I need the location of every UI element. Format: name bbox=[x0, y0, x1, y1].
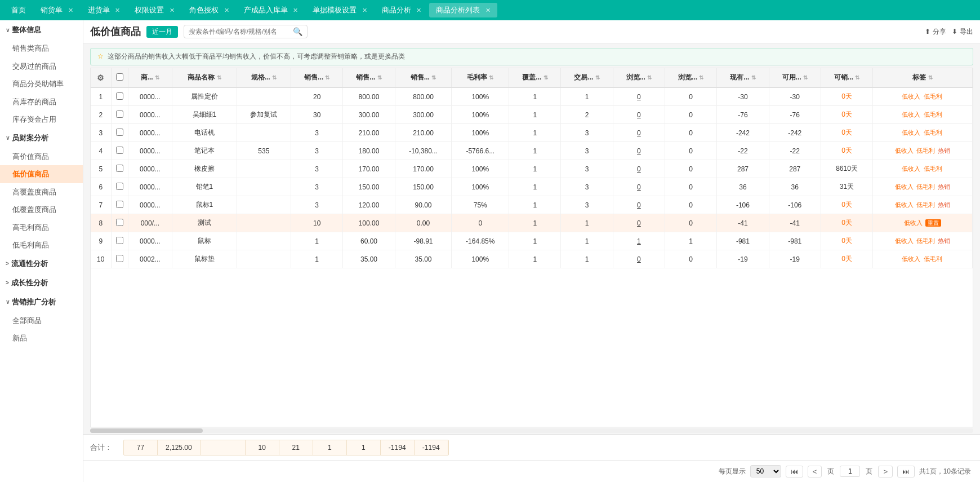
settings-icon[interactable]: ⚙ bbox=[97, 73, 104, 82]
sidebar-item-category-rate[interactable]: 商品分类助销率 bbox=[0, 75, 83, 93]
export-button[interactable]: ⬇ 导出 bbox=[952, 27, 973, 37]
row-checkbox[interactable] bbox=[116, 129, 123, 136]
close-icon[interactable]: ✕ bbox=[362, 7, 367, 14]
page-size-select[interactable]: 50 100 bbox=[750, 465, 781, 477]
scroll-thumb[interactable] bbox=[90, 428, 203, 433]
sidebar-item-high-coverage[interactable]: 高覆盖度商品 bbox=[0, 183, 83, 201]
col-code[interactable]: 商... ⇅ bbox=[128, 68, 172, 87]
col-avail[interactable]: 可用... ⇅ bbox=[769, 68, 821, 87]
sidebar-item-all-goods[interactable]: 全部商品 bbox=[0, 312, 83, 330]
col-days[interactable]: 可销... ⇅ bbox=[821, 68, 872, 87]
row-checkbox[interactable] bbox=[116, 219, 123, 226]
sidebar-item-low-coverage[interactable]: 低覆盖度商品 bbox=[0, 201, 83, 219]
nav-analysis-list[interactable]: 商品分析列表 ✕ bbox=[429, 3, 497, 17]
sidebar-item-low-value[interactable]: 低价值商品 bbox=[0, 165, 83, 183]
row-browse1[interactable]: 0 bbox=[613, 196, 665, 214]
row-checkbox[interactable] bbox=[116, 183, 123, 190]
prev-page-button[interactable]: < bbox=[808, 466, 822, 477]
col-stock[interactable]: 现有... ⇅ bbox=[717, 68, 769, 87]
sidebar-item-high-margin[interactable]: 高毛利商品 bbox=[0, 219, 83, 237]
col-trade[interactable]: 交易... ⇅ bbox=[561, 68, 613, 87]
time-tag-button[interactable]: 近一月 bbox=[146, 26, 178, 38]
row-checkbox[interactable] bbox=[116, 110, 123, 118]
col-sale-amt1[interactable]: 销售... ⇅ bbox=[343, 68, 395, 87]
data-table-wrapper[interactable]: ⚙ 商... ⇅ 商品名称 ⇅ 规格... ⇅ 销售... ⇅ 销售... ⇅ … bbox=[90, 68, 973, 427]
search-icon[interactable]: 🔍 bbox=[293, 27, 302, 36]
sidebar-item-high-stock[interactable]: 高库存的商品 bbox=[0, 93, 83, 111]
close-icon[interactable]: ✕ bbox=[68, 7, 73, 14]
browse-link[interactable]: 0 bbox=[637, 111, 641, 119]
select-all-checkbox[interactable] bbox=[116, 73, 123, 81]
row-checkbox-cell[interactable] bbox=[111, 250, 128, 268]
nav-home[interactable]: 首页 bbox=[5, 3, 33, 17]
nav-permission[interactable]: 权限设置 ✕ bbox=[128, 3, 181, 17]
browse-link[interactable]: 0 bbox=[637, 129, 641, 137]
row-browse1[interactable]: 0 bbox=[613, 87, 665, 106]
row-browse1[interactable]: 0 bbox=[613, 178, 665, 196]
col-sale-amt2[interactable]: 销售... ⇅ bbox=[395, 68, 452, 87]
share-button[interactable]: ⬆ 分享 bbox=[925, 27, 946, 37]
nav-role[interactable]: 角色授权 ✕ bbox=[182, 3, 236, 17]
col-name[interactable]: 商品名称 ⇅ bbox=[172, 68, 237, 87]
sidebar-item-new-goods[interactable]: 新品 bbox=[0, 329, 83, 347]
page-number-input[interactable] bbox=[840, 466, 860, 477]
col-margin[interactable]: 毛利率 ⇅ bbox=[452, 68, 509, 87]
row-browse1[interactable]: 1 bbox=[613, 232, 665, 250]
next-page-button[interactable]: > bbox=[878, 466, 893, 477]
row-checkbox[interactable] bbox=[116, 255, 123, 262]
col-spec[interactable]: 规格... ⇅ bbox=[237, 68, 291, 87]
browse-link[interactable]: 0 bbox=[637, 165, 641, 173]
sidebar-group-overall[interactable]: ∨ 整体信息 bbox=[0, 20, 83, 39]
col-coverage[interactable]: 覆盖... ⇅ bbox=[509, 68, 561, 87]
row-browse1[interactable]: 0 bbox=[613, 142, 665, 160]
last-page-button[interactable]: ⏭ bbox=[897, 466, 915, 477]
first-page-button[interactable]: ⏮ bbox=[786, 466, 803, 477]
row-checkbox-cell[interactable] bbox=[111, 124, 128, 142]
row-checkbox-cell[interactable] bbox=[111, 106, 128, 124]
browse-link[interactable]: 0 bbox=[637, 93, 641, 101]
row-checkbox[interactable] bbox=[116, 237, 123, 244]
col-sale-qty[interactable]: 销售... ⇅ bbox=[291, 68, 343, 87]
sidebar-item-stock-capital[interactable]: 库存资金占用 bbox=[0, 110, 83, 129]
sidebar-item-sales-goods[interactable]: 销售类商品 bbox=[0, 39, 83, 58]
row-checkbox-cell[interactable] bbox=[111, 87, 128, 106]
browse-link[interactable]: 0 bbox=[637, 219, 641, 227]
col-settings[interactable]: ⚙ bbox=[91, 68, 111, 87]
browse-link[interactable]: 0 bbox=[637, 147, 641, 155]
row-checkbox[interactable] bbox=[116, 165, 123, 172]
close-icon[interactable]: ✕ bbox=[293, 7, 298, 14]
nav-purchase[interactable]: 进货单 ✕ bbox=[81, 3, 127, 17]
nav-product-stock[interactable]: 产成品入库单 ✕ bbox=[237, 3, 305, 17]
close-icon[interactable]: ✕ bbox=[115, 7, 120, 14]
sidebar-item-high-value[interactable]: 高价值商品 bbox=[0, 148, 83, 166]
row-browse1[interactable]: 0 bbox=[613, 250, 665, 268]
col-tags[interactable]: 标签 ⇅ bbox=[873, 68, 973, 87]
close-icon[interactable]: ✕ bbox=[224, 7, 229, 14]
row-checkbox[interactable] bbox=[116, 92, 123, 100]
browse-link[interactable]: 1 bbox=[637, 237, 641, 245]
sidebar-group-growth[interactable]: > 成长性分析 bbox=[0, 273, 83, 293]
row-browse1[interactable]: 0 bbox=[613, 214, 665, 232]
row-checkbox-cell[interactable] bbox=[111, 232, 128, 250]
search-input[interactable] bbox=[189, 28, 293, 36]
close-icon[interactable]: ✕ bbox=[485, 7, 491, 14]
browse-link[interactable]: 0 bbox=[637, 255, 641, 263]
row-checkbox[interactable] bbox=[116, 147, 123, 154]
row-browse1[interactable]: 0 bbox=[613, 106, 665, 124]
row-checkbox-cell[interactable] bbox=[111, 142, 128, 160]
row-checkbox-cell[interactable] bbox=[111, 214, 128, 232]
row-browse1[interactable]: 0 bbox=[613, 160, 665, 178]
sidebar-group-finance[interactable]: ∨ 员财案分析 bbox=[0, 129, 83, 148]
row-checkbox-cell[interactable] bbox=[111, 196, 128, 214]
row-checkbox[interactable] bbox=[116, 201, 123, 208]
nav-template[interactable]: 单据模板设置 ✕ bbox=[306, 3, 374, 17]
sidebar-group-circulation[interactable]: > 流通性分析 bbox=[0, 254, 83, 273]
row-browse1[interactable]: 0 bbox=[613, 124, 665, 142]
browse-link[interactable]: 0 bbox=[637, 201, 641, 209]
sidebar-item-low-margin[interactable]: 低毛利商品 bbox=[0, 236, 83, 254]
col-browse2[interactable]: 浏览... ⇅ bbox=[665, 68, 717, 87]
row-checkbox-cell[interactable] bbox=[111, 160, 128, 178]
col-browse1[interactable]: 浏览... ⇅ bbox=[613, 68, 665, 87]
horizontal-scrollbar[interactable] bbox=[90, 428, 973, 433]
sidebar-item-traded-goods[interactable]: 交易过的商品 bbox=[0, 58, 83, 76]
